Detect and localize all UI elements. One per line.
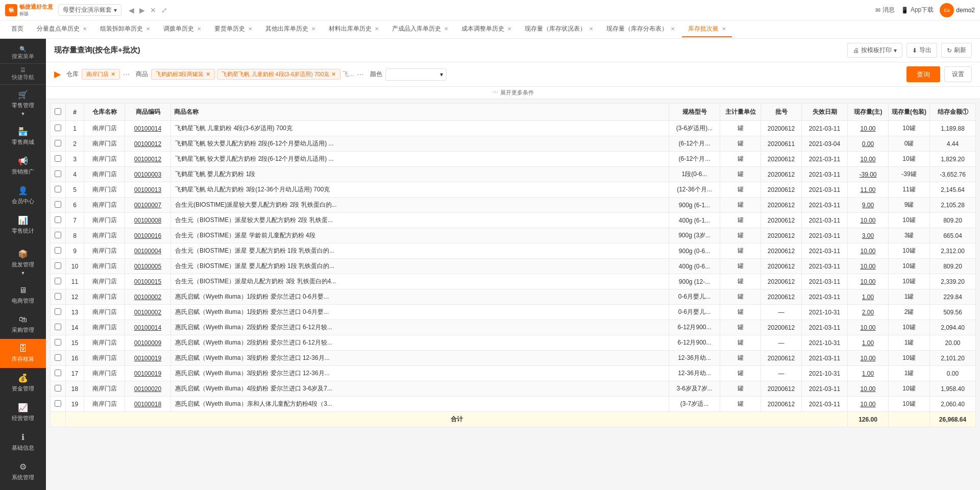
tab-zuzhuang[interactable]: 组装拆卸单历史 ✕ xyxy=(94,21,156,37)
account-dropdown[interactable]: 母婴行业演示账套 ▾ xyxy=(58,4,121,16)
row-qty[interactable]: 3.00 xyxy=(848,228,889,243)
tab-close-xiancunliang-fenbiao[interactable]: ✕ xyxy=(671,26,675,32)
row-code[interactable]: 00100018 xyxy=(125,397,171,412)
tab-fenliang[interactable]: 分量盘点单历史 ✕ xyxy=(31,21,93,37)
messages-btn[interactable]: ✉ 消息 xyxy=(875,6,895,14)
warehouse-more-dots[interactable]: ··· xyxy=(123,70,130,79)
sidebar-item-yingxiao[interactable]: 📢 营销推广 xyxy=(0,151,46,181)
sidebar-item-kucun[interactable]: 🗄 库存核算 xyxy=(0,339,46,368)
row-code[interactable]: 00100007 xyxy=(125,198,171,213)
row-code[interactable]: 00100012 xyxy=(125,136,171,152)
settings-btn[interactable]: 设置 xyxy=(944,66,972,82)
row-checkbox[interactable] xyxy=(51,182,66,198)
row-checkbox[interactable] xyxy=(51,152,66,167)
row-checkbox[interactable] xyxy=(51,243,66,259)
sidebar-item-lingshoul-shangcheng[interactable]: 🏪 零售商城 xyxy=(0,121,46,151)
row-checkbox[interactable] xyxy=(51,366,66,381)
product-more[interactable]: 飞... xyxy=(342,70,354,79)
query-btn[interactable]: 查询 xyxy=(906,66,940,82)
row-code[interactable]: 00100016 xyxy=(125,228,171,243)
row-code[interactable]: 00100002 xyxy=(125,305,171,320)
row-checkbox[interactable] xyxy=(51,121,66,136)
row-qty[interactable]: 10.00 xyxy=(848,152,889,167)
export-btn[interactable]: ⬇ 导出 xyxy=(906,43,937,58)
tab-yaohuo[interactable]: 要货单历史 ✕ xyxy=(208,21,258,37)
row-checkbox[interactable] xyxy=(51,351,66,366)
sidebar-item-dianshangl[interactable]: 🖥 电商管理 xyxy=(0,281,46,310)
row-checkbox[interactable] xyxy=(51,397,66,412)
row-qty[interactable]: 10.00 xyxy=(848,243,889,259)
row-qty[interactable]: 0.00 xyxy=(848,136,889,152)
sidebar-item-zijin[interactable]: 💰 资金管理 xyxy=(0,368,46,398)
print-btn[interactable]: 🖨 按模板打印 ▾ xyxy=(847,43,902,58)
tab-qita-chuku[interactable]: 其他出库单历史 ✕ xyxy=(259,21,322,37)
row-qty[interactable]: 2.00 xyxy=(848,305,889,320)
row-qty[interactable]: -39.00 xyxy=(848,167,889,182)
row-code[interactable]: 00100020 xyxy=(125,381,171,397)
sidebar-item-pifa[interactable]: 📦 批发管理 ▼ xyxy=(0,244,46,281)
row-qty[interactable]: 10.00 xyxy=(848,213,889,228)
tab-close-chengben[interactable]: ✕ xyxy=(507,26,511,32)
row-checkbox[interactable] xyxy=(51,228,66,243)
row-checkbox[interactable] xyxy=(51,381,66,397)
row-qty[interactable]: 10.00 xyxy=(848,274,889,289)
color-select[interactable]: ▾ xyxy=(385,68,447,81)
row-checkbox[interactable] xyxy=(51,136,66,152)
row-checkbox[interactable] xyxy=(51,167,66,182)
tag-remove-product-2[interactable]: ✕ xyxy=(331,71,336,78)
row-qty[interactable]: 1.00 xyxy=(848,335,889,351)
row-checkbox[interactable] xyxy=(51,198,66,213)
sidebar-item-caigou[interactable]: 🛍 采购管理 xyxy=(0,310,46,339)
row-code[interactable]: 00100014 xyxy=(125,121,171,136)
row-checkbox[interactable] xyxy=(51,320,66,335)
tab-cailiao-chuku[interactable]: 材料出库单历史 ✕ xyxy=(323,21,385,37)
tab-home[interactable]: 首页 xyxy=(5,21,30,37)
tab-prev-btn[interactable]: ◀ xyxy=(127,5,136,15)
row-code[interactable]: 00100004 xyxy=(125,243,171,259)
row-code[interactable]: 00100005 xyxy=(125,259,171,274)
row-qty[interactable]: 1.00 xyxy=(848,289,889,305)
sidebar-item-qiye-xietong[interactable]: 🤝 企业协同 xyxy=(0,486,46,490)
tag-remove-product-1[interactable]: ✕ xyxy=(206,71,210,78)
select-all-checkbox[interactable] xyxy=(55,108,61,115)
product-more-dots[interactable]: ··· xyxy=(357,70,363,79)
sidebar-search[interactable]: 🔍 搜索菜单 xyxy=(0,43,46,64)
sidebar-item-lingshoul-tongji[interactable]: 📊 零售统计 xyxy=(0,210,46,240)
row-checkbox[interactable] xyxy=(51,213,66,228)
tab-close-qita-chuku[interactable]: ✕ xyxy=(311,26,315,32)
sidebar-item-jingying[interactable]: 📈 经营管理 xyxy=(0,398,46,427)
row-qty[interactable]: 10.00 xyxy=(848,397,889,412)
app-download-btn[interactable]: 📱 App下载 xyxy=(901,6,934,14)
tab-xiancunliang-fenbiao[interactable]: 现存量（库存分布表） ✕ xyxy=(600,21,681,37)
filter-expand-arrow[interactable]: ▶ xyxy=(54,69,60,79)
row-code[interactable]: 00100012 xyxy=(125,152,171,167)
row-code[interactable]: 00100003 xyxy=(125,167,171,182)
row-qty[interactable]: 9.00 xyxy=(848,198,889,213)
row-code[interactable]: 00100008 xyxy=(125,213,171,228)
row-code[interactable]: 00100014 xyxy=(125,320,171,335)
tab-diaobo[interactable]: 调拨单历史 ✕ xyxy=(157,21,207,37)
table-area[interactable]: # 仓库名称 商品编码 商品名称 规格型号 主计量单位 批号 失效日期 现存量(… xyxy=(46,99,980,490)
tab-xiancunliang-zhuangkuang[interactable]: 现存量（库存状况表） ✕ xyxy=(519,21,599,37)
sidebar-item-xitong[interactable]: ⚙ 系统管理 xyxy=(0,457,46,486)
row-code[interactable]: 00100019 xyxy=(125,366,171,381)
row-checkbox[interactable] xyxy=(51,289,66,305)
tab-close-zuzhuang[interactable]: ✕ xyxy=(146,26,150,32)
tab-close-yaohuo[interactable]: ✕ xyxy=(248,26,252,32)
tab-chanchenpin[interactable]: 产成品入库单历史 ✕ xyxy=(386,21,454,37)
tab-maximize-btn[interactable]: ⤢ xyxy=(159,5,169,15)
user-profile-btn[interactable]: Ea demo2 xyxy=(940,3,975,17)
row-qty[interactable]: 11.00 xyxy=(848,182,889,198)
row-code[interactable]: 00100019 xyxy=(125,351,171,366)
sidebar-quick-nav[interactable]: ☰ 快捷导航 xyxy=(0,64,46,85)
row-qty[interactable]: 10.00 xyxy=(848,121,889,136)
sidebar-item-jichu[interactable]: ℹ 基础信息 xyxy=(0,427,46,457)
tab-close-btn[interactable]: ✕ xyxy=(148,5,158,15)
th-checkbox[interactable] xyxy=(51,104,66,121)
tab-close-kucun-pici[interactable]: ✕ xyxy=(722,26,726,32)
tab-kucun-pici[interactable]: 库存批次账 ✕ xyxy=(682,21,732,37)
tab-chengben[interactable]: 成本调整单历史 ✕ xyxy=(455,21,518,37)
row-qty[interactable]: 1.00 xyxy=(848,366,889,381)
row-qty[interactable]: 10.00 xyxy=(848,320,889,335)
sidebar-item-huiyuan[interactable]: 👤 会员中心 xyxy=(0,181,46,210)
